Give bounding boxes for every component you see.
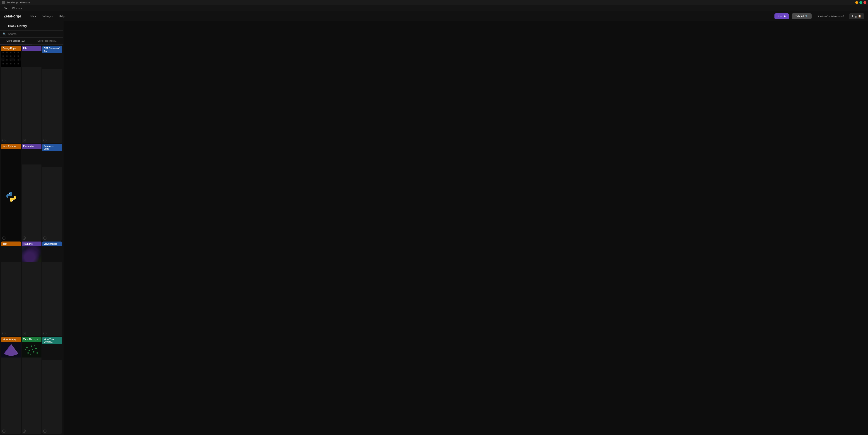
menu-file[interactable]: File xyxy=(2,6,9,10)
list-item[interactable]: View Numpy i xyxy=(1,337,21,434)
run-button[interactable]: Run xyxy=(774,13,789,19)
svg-point-1 xyxy=(12,200,13,201)
chevron-icon: ▾ xyxy=(65,15,67,18)
tab-core-pipelines[interactable]: Core Pipelines (1) xyxy=(32,38,63,44)
close-btn[interactable] xyxy=(864,1,866,4)
svg-point-13 xyxy=(32,349,33,350)
list-item[interactable]: Parameter Long i xyxy=(42,144,62,241)
block-thumb-file xyxy=(22,51,41,67)
minimize-btn[interactable] xyxy=(855,1,858,4)
info-icon[interactable]: i xyxy=(23,332,26,335)
block-info-icon[interactable]: i xyxy=(23,332,26,335)
run-label: Run xyxy=(778,15,783,18)
pipeline-id: pipeline-3vr74ambnix0 xyxy=(814,14,846,19)
block-info-icon[interactable]: i xyxy=(43,430,46,433)
block-label-file: File xyxy=(22,46,41,51)
info-icon[interactable]: i xyxy=(43,332,46,335)
menu-file-btn[interactable]: File ▾ xyxy=(27,14,38,19)
block-thumb-view-numpy xyxy=(1,342,21,358)
canny-thumb-image xyxy=(1,51,21,67)
block-info-icon[interactable]: i xyxy=(2,237,5,240)
log-icon: 📋 xyxy=(858,15,861,18)
svg-point-14 xyxy=(36,352,38,354)
block-label-parameter-long: Parameter Long xyxy=(42,144,62,151)
toolbar-menu: File ▾ Settings ▾ Help ▾ xyxy=(27,14,69,19)
info-icon[interactable]: i xyxy=(23,237,26,240)
search-box: 🔍 xyxy=(0,31,63,38)
block-info-icon[interactable]: i xyxy=(43,237,46,240)
block-label-view-images: View Images xyxy=(42,242,62,246)
list-item[interactable]: New Python xyxy=(1,144,21,241)
list-item[interactable]: Text i xyxy=(1,242,21,336)
info-icon[interactable]: i xyxy=(43,139,46,142)
list-item[interactable]: File i xyxy=(22,46,41,143)
svg-point-17 xyxy=(30,354,31,354)
tab-core-blocks[interactable]: Core Blocks (12) xyxy=(0,38,32,44)
block-info-icon[interactable]: i xyxy=(43,139,46,142)
title-bar: ZetaForge Welcome xyxy=(0,0,868,5)
menu-bar: File Welcome xyxy=(0,5,868,11)
app-icon xyxy=(2,1,5,4)
svg-point-0 xyxy=(9,193,10,194)
info-icon[interactable]: i xyxy=(2,237,5,240)
block-info-icon[interactable]: i xyxy=(2,332,5,335)
block-label-new-python: New Python xyxy=(1,144,21,149)
list-item[interactable]: Parameter i xyxy=(22,144,41,241)
info-icon[interactable]: i xyxy=(23,139,26,142)
tabs: Core Blocks (12) Core Pipelines (1) xyxy=(0,38,63,44)
block-info-icon[interactable]: i xyxy=(23,139,26,142)
log-label: Log xyxy=(852,15,857,18)
block-label-train-iris: Train Iris xyxy=(22,242,41,246)
block-label-view-two-columns: View Two Colum... xyxy=(42,337,62,344)
title-bar-app-name: ZetaForge xyxy=(7,1,18,4)
block-thumb-canny-edge xyxy=(1,51,21,67)
list-item[interactable]: GPT Course of a... i xyxy=(42,46,62,143)
block-info-icon[interactable]: i xyxy=(23,430,26,433)
info-icon[interactable]: i xyxy=(43,430,46,433)
log-button[interactable]: Log 📋 xyxy=(849,13,864,19)
list-item[interactable]: View Three.js xyxy=(22,337,41,434)
info-icon[interactable]: i xyxy=(2,430,5,433)
block-info-icon[interactable]: i xyxy=(2,139,5,142)
info-icon[interactable]: i xyxy=(43,237,46,240)
list-item[interactable]: View Images i xyxy=(42,242,62,336)
block-label-view-three: View Three.js xyxy=(22,337,41,342)
threejs-scatter-chart xyxy=(24,343,39,356)
back-button[interactable]: ← xyxy=(3,24,6,28)
search-input[interactable] xyxy=(8,32,60,36)
toolbar: ZetaForge File ▾ Settings ▾ Help ▾ Run R… xyxy=(0,11,868,21)
svg-point-11 xyxy=(35,348,37,349)
menu-welcome[interactable]: Welcome xyxy=(10,6,25,10)
chevron-icon: ▾ xyxy=(35,15,36,18)
block-thumb-parameter xyxy=(22,149,41,164)
block-info-icon[interactable]: i xyxy=(43,332,46,335)
block-label-text: Text xyxy=(1,242,21,246)
block-label-view-numpy: View Numpy xyxy=(1,337,21,342)
sidebar: ← Block Library 🔍 Core Blocks (12) Core … xyxy=(0,21,63,435)
svg-point-8 xyxy=(29,350,30,351)
block-thumb-text xyxy=(1,246,21,262)
play-icon xyxy=(784,15,786,18)
window-controls xyxy=(855,1,866,4)
list-item[interactable]: View Two Colum... i xyxy=(42,337,62,434)
main-layout: ← Block Library 🔍 Core Blocks (12) Core … xyxy=(0,21,868,435)
block-thumb-view-three xyxy=(22,342,41,358)
search-icon: 🔍 xyxy=(805,15,808,18)
list-item[interactable]: Canny Edge i xyxy=(1,46,21,143)
menu-settings-btn[interactable]: Settings ▾ xyxy=(39,14,56,19)
menu-help-btn[interactable]: Help ▾ xyxy=(57,14,69,19)
block-thumb-view-images xyxy=(42,246,62,262)
block-thumb-train-iris xyxy=(22,246,41,262)
sidebar-title: Block Library xyxy=(8,24,27,28)
info-icon[interactable]: i xyxy=(23,430,26,433)
rebuild-button[interactable]: Rebuild 🔍 xyxy=(792,13,812,19)
block-info-icon[interactable]: i xyxy=(2,430,5,433)
maximize-btn[interactable] xyxy=(859,1,862,4)
block-info-icon[interactable]: i xyxy=(23,237,26,240)
canvas-area[interactable] xyxy=(63,21,868,435)
iris-image xyxy=(22,246,41,262)
info-icon[interactable]: i xyxy=(2,332,5,335)
block-label-canny-edge: Canny Edge xyxy=(1,46,21,51)
info-icon[interactable]: i xyxy=(2,139,5,142)
list-item[interactable]: Train Iris i xyxy=(22,242,41,336)
